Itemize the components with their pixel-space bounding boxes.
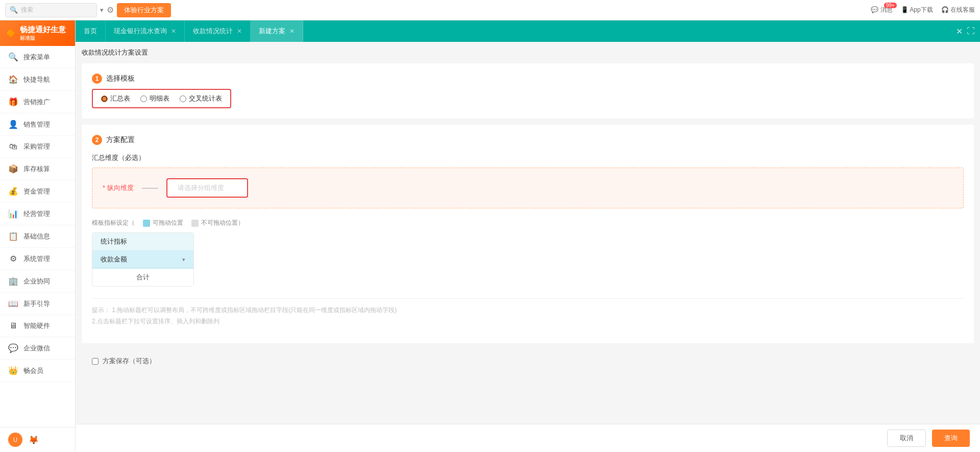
notification-area[interactable]: 💬 99+ 消息: [871, 6, 892, 14]
tab-home-label: 首页: [84, 27, 97, 36]
radio-detail[interactable]: [140, 96, 147, 102]
sidebar-label-system: 系统管理: [23, 254, 50, 264]
sidebar-item-guide[interactable]: 📖 新手引导: [0, 293, 75, 315]
hardware-icon: 🖥: [8, 321, 18, 330]
marketing-icon: 🎁: [8, 97, 18, 107]
notification-count: 99+: [884, 3, 897, 8]
sidebar-item-finance[interactable]: 💰 资金管理: [0, 180, 75, 203]
guide-icon: 📖: [8, 299, 18, 308]
sidebar-item-purchase[interactable]: 🛍 采购管理: [0, 136, 75, 158]
sidebar-item-member[interactable]: 👑 畅会员: [0, 360, 75, 382]
sidebar-label-inventory: 库存核算: [23, 164, 50, 174]
sidebar: 🔶 畅捷通好生意 标准版 🔍 搜索菜单 🏠 快捷导航 🎁 营销推广 👤 销售管理…: [0, 20, 76, 452]
sidebar-item-system[interactable]: ⚙ 系统管理: [0, 248, 75, 270]
sidebar-item-cooperation[interactable]: 🏢 企业协同: [0, 270, 75, 293]
template-options: 汇总表 明细表 交叉统计表: [92, 89, 231, 108]
search-icon: 🔍: [10, 6, 18, 14]
search-wrap[interactable]: 🔍 搜索: [5, 3, 97, 17]
step2-badge: 2: [92, 135, 102, 145]
column-header[interactable]: 收款金额 ▾: [92, 251, 193, 269]
dimension-select[interactable]: 请选择分组维度: [166, 178, 248, 198]
operations-icon: 📊: [8, 209, 18, 219]
settings-icon[interactable]: ⚙: [107, 5, 114, 15]
user-avatar[interactable]: U: [8, 433, 22, 447]
avatar-icon-2: 🦊: [29, 435, 39, 445]
sidebar-item-sales[interactable]: 👤 销售管理: [0, 113, 75, 136]
step2-card: 2 方案配置 汇总维度（必选） * 纵向维度 —— 请选择分组维度: [82, 125, 974, 343]
indicator-header: 统计指标: [92, 233, 193, 251]
tab-bar: 首页 现金银行流水查询 ✕ 收款情况统计 ✕ 新建方案 ✕ ✕ ⛶: [76, 20, 980, 42]
indicator-section: 模板指标设定（ 可拖动位置 不可拖动位置） 统计指标: [92, 219, 964, 288]
sidebar-item-inventory[interactable]: 📦 库存核算: [0, 158, 75, 180]
tip1: 提示： 1.拖动标题栏可以调整布局，不可跨维度或指标区域拖动栏目字段(只能在同一…: [92, 305, 964, 316]
tab-collection-stats[interactable]: 收款情况统计 ✕: [185, 20, 251, 42]
top-bar-left: 🔍 搜索 ▾ ⚙ 体验行业方案: [5, 3, 867, 17]
tab-expand-btn[interactable]: ⛶: [967, 27, 975, 36]
template-option-cross[interactable]: 交叉统计表: [180, 94, 222, 103]
fixed-label: 不可拖动位置）: [201, 219, 244, 227]
step2-label: 方案配置: [106, 135, 135, 145]
sidebar-item-marketing[interactable]: 🎁 营销推广: [0, 91, 75, 113]
template-option-summary[interactable]: 汇总表: [101, 94, 130, 103]
sidebar-logo: 🔶 畅捷通好生意 标准版: [0, 20, 75, 46]
tab-new-plan-close-icon[interactable]: ✕: [289, 28, 295, 35]
column-label: 收款金额: [101, 255, 127, 264]
tab-close-all-btn[interactable]: ✕: [956, 27, 963, 36]
sidebar-label-cooperation: 企业协同: [23, 277, 50, 286]
sidebar-label-member: 畅会员: [23, 366, 43, 375]
sidebar-item-search-menu[interactable]: 🔍 搜索菜单: [0, 46, 75, 68]
radio-cross[interactable]: [180, 96, 186, 102]
save-option-checkbox[interactable]: [92, 358, 99, 365]
fixed-box-icon: [191, 220, 199, 227]
query-button[interactable]: 查询: [932, 430, 970, 447]
save-option-label: 方案保存（可选）: [103, 356, 156, 366]
vertical-dim-label: * 纵向维度: [103, 183, 134, 193]
purchase-icon: 🛍: [8, 142, 18, 151]
tab-new-plan[interactable]: 新建方案 ✕: [251, 20, 303, 42]
sidebar-label-hardware: 智能硬件: [23, 321, 50, 330]
radio-summary[interactable]: [101, 96, 108, 102]
tips-section: 提示： 1.拖动标题栏可以调整布局，不可跨维度或指标区域拖动栏目字段(只能在同一…: [92, 298, 964, 333]
page-content: 收款情况统计方案设置 1 选择模板 汇总表 明细表: [76, 42, 980, 424]
template-option-detail[interactable]: 明细表: [140, 94, 169, 103]
sidebar-label-sales: 销售管理: [23, 120, 50, 129]
template-cross-label: 交叉统计表: [189, 94, 222, 103]
sidebar-label-search-menu: 搜索菜单: [23, 53, 50, 62]
wechat-icon: 💬: [8, 343, 18, 353]
tab-collection-stats-close-icon[interactable]: ✕: [237, 28, 242, 35]
notification-icon: 💬: [871, 6, 878, 13]
sidebar-item-quick-nav[interactable]: 🏠 快捷导航: [0, 68, 75, 91]
cancel-button[interactable]: 取消: [887, 430, 926, 447]
sidebar-item-hardware[interactable]: 🖥 智能硬件: [0, 315, 75, 337]
sidebar-item-basic-info[interactable]: 📋 基础信息: [0, 225, 75, 248]
system-icon: ⚙: [8, 254, 18, 264]
tab-cash-bank-close-icon[interactable]: ✕: [171, 28, 176, 35]
basic-info-icon: 📋: [8, 231, 18, 241]
sidebar-label-guide: 新手引导: [23, 299, 50, 308]
download-label: App下载: [910, 6, 933, 13]
template-detail-label: 明细表: [150, 94, 169, 103]
tab-collection-stats-label: 收款情况统计: [193, 27, 233, 36]
dimension-config: 汇总维度（必选） * 纵向维度 —— 请选择分组维度: [92, 153, 964, 208]
tab-cash-bank[interactable]: 现金银行流水查询 ✕: [106, 20, 185, 42]
online-support[interactable]: 🎧 在线客服: [941, 6, 975, 14]
industry-btn[interactable]: 体验行业方案: [117, 3, 171, 17]
app-edition: 标准版: [20, 35, 66, 42]
support-icon: 🎧: [941, 6, 949, 13]
dropdown-arrow-icon[interactable]: ▾: [100, 6, 104, 14]
dimension-area: * 纵向维度 —— 请选择分组维度: [92, 168, 964, 208]
template-summary-label: 汇总表: [110, 94, 130, 103]
tab-home[interactable]: 首页: [76, 20, 106, 42]
dimension-title: 汇总维度（必选）: [92, 153, 964, 162]
column-dropdown-icon[interactable]: ▾: [182, 256, 185, 263]
sales-icon: 👤: [8, 120, 18, 129]
search-menu-icon: 🔍: [8, 52, 18, 62]
sidebar-item-operations[interactable]: 📊 经营管理: [0, 203, 75, 225]
app-download[interactable]: 📱 App下载: [901, 6, 933, 14]
sidebar-label-quick-nav: 快捷导航: [23, 75, 50, 84]
sidebar-label-finance: 资金管理: [23, 187, 50, 196]
sidebar-item-wechat[interactable]: 💬 企业微信: [0, 337, 75, 360]
inventory-icon: 📦: [8, 164, 18, 174]
indicator-title-text: 模板指标设定（: [92, 219, 135, 227]
tab-new-plan-label: 新建方案: [259, 27, 285, 36]
